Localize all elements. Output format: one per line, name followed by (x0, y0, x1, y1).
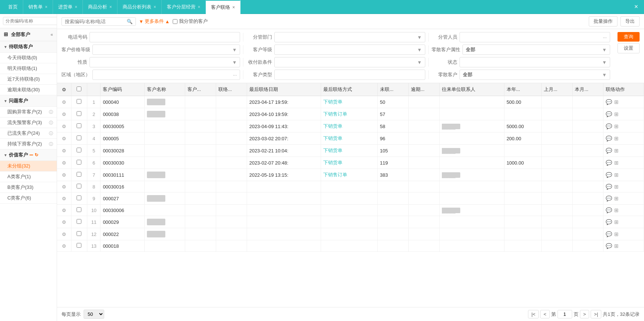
sidebar-search-input[interactable] (3, 17, 57, 25)
more-action-icon[interactable]: ⊞ (614, 243, 619, 249)
more-conditions-btn[interactable]: ▼ 更多条件 ▲ (139, 18, 170, 25)
col-check-all[interactable] (71, 83, 87, 96)
sidebar-item-tomorrow[interactable]: 明天待联络(1) (0, 63, 57, 74)
refresh-icon[interactable]: ↻ (35, 152, 38, 158)
tab-home[interactable]: 首页 (3, 0, 23, 14)
price-level-dropdown[interactable]: ▼ (92, 45, 240, 55)
col-code[interactable]: 客户编码 (101, 83, 145, 96)
sidebar-group-pending[interactable]: ▼ 待联络客户 (0, 41, 57, 53)
query-button[interactable]: 查询 (617, 32, 640, 42)
col-contact[interactable]: 联络... (216, 83, 247, 96)
tab-customer-contact[interactable]: 客户联络 × (206, 0, 240, 14)
tab-bar-close-all[interactable]: × (631, 3, 641, 11)
row-gear[interactable]: ⚙ (57, 228, 71, 240)
sidebar-item-near7[interactable]: 近7天待联络(0) (0, 74, 57, 85)
retail-attr-dropdown[interactable]: 全部 ▼ (462, 45, 610, 55)
manager-dropdown[interactable]: ··· (460, 32, 610, 42)
export-btn[interactable]: 导出 (620, 16, 640, 27)
contact-icon[interactable]: 💬 (606, 160, 612, 166)
tab-sales[interactable]: 销售单 × (23, 0, 53, 14)
contact-icon[interactable]: 💬 (606, 172, 612, 178)
contact-icon[interactable]: 💬 (606, 111, 612, 117)
col-no-contact[interactable]: 未联... (377, 83, 408, 96)
more-action-icon[interactable]: ⊞ (614, 219, 619, 225)
more-action-icon[interactable]: ⊞ (614, 148, 619, 154)
row-gear[interactable]: ⚙ (57, 216, 71, 228)
row-gear[interactable]: ⚙ (57, 181, 71, 193)
sidebar-all-customers[interactable]: ⊞ 全部客户 « (0, 28, 57, 41)
dept-dropdown[interactable]: ▼ (274, 32, 425, 42)
sidebar-item-class-a[interactable]: A类客户(1) (0, 172, 57, 182)
my-customers-check[interactable] (173, 19, 177, 24)
last-page-btn[interactable]: >| (591, 310, 601, 318)
row-check[interactable] (71, 181, 87, 193)
row-gear[interactable]: ⚙ (57, 157, 71, 169)
sidebar-group-value[interactable]: ▼ 价值客户 ↻ (0, 149, 57, 161)
contact-icon[interactable]: 💬 (606, 148, 612, 154)
check-all-input[interactable] (77, 87, 81, 91)
sidebar-item-continuous-drop[interactable]: 持续下滑客户(2) ⓘ (0, 139, 57, 149)
sidebar-item-class-c[interactable]: C类客户(6) (0, 193, 57, 204)
row-gear[interactable]: ⚙ (57, 120, 71, 133)
row-gear[interactable]: ⚙ (57, 96, 71, 108)
tab-product-analysis-list[interactable]: 商品分析列表 × (117, 0, 162, 14)
row-check[interactable] (71, 133, 87, 145)
more-action-icon[interactable]: ⊞ (614, 207, 619, 213)
main-search-input[interactable] (65, 19, 127, 24)
tab-customer-segment[interactable]: 客户分层经营 × (162, 0, 206, 14)
col-this-month[interactable]: 本月... (573, 83, 603, 96)
tab-product-analysis-list-close[interactable]: × (154, 4, 156, 10)
retail-customer-dropdown[interactable]: 全部 ▼ (460, 70, 610, 80)
more-action-icon[interactable]: ⊞ (614, 99, 619, 105)
my-customers-checkbox[interactable]: 我分管的客户 (173, 18, 208, 25)
sidebar-item-today[interactable]: 今天待联络(0) (0, 53, 57, 63)
sidebar-collapse-btn[interactable]: « (50, 32, 53, 37)
row-check[interactable] (71, 193, 87, 205)
row-gear[interactable]: ⚙ (57, 240, 71, 252)
row-check[interactable] (71, 216, 87, 228)
customer-type-dropdown[interactable] (274, 70, 425, 80)
row-gear[interactable]: ⚙ (57, 108, 71, 120)
row-check[interactable] (71, 205, 87, 216)
sidebar-item-abnormal[interactable]: 固购异常客户(2) ⓘ (0, 107, 57, 117)
col-gear[interactable]: ⚙ (57, 83, 71, 96)
col-partner[interactable]: 往来单位联系人 (440, 83, 504, 96)
sidebar-item-class-b[interactable]: B类客户(33) (0, 182, 57, 193)
row-check[interactable] (71, 169, 87, 181)
row-gear[interactable]: ⚙ (57, 205, 71, 216)
contact-icon[interactable]: 💬 (606, 243, 612, 249)
payment-dropdown[interactable]: ▼ (274, 57, 425, 67)
col-this-year[interactable]: 本年... (504, 83, 541, 96)
sidebar-item-unclassified[interactable]: 未分组(32) (0, 161, 57, 172)
contact-icon[interactable]: 💬 (606, 99, 612, 105)
sidebar-group-problem[interactable]: ▼ 问题客户 (0, 95, 57, 107)
col-last-method[interactable]: 最后联络方式 (321, 83, 378, 96)
row-gear[interactable]: ⚙ (57, 193, 71, 205)
row-check[interactable] (71, 96, 87, 108)
tab-product-analysis-close[interactable]: × (109, 4, 112, 10)
col-last-month[interactable]: 上月... (541, 83, 572, 96)
batch-operation-btn[interactable]: 批量操作 (589, 16, 617, 27)
more-action-icon[interactable]: ⊞ (614, 195, 619, 201)
tab-product-analysis[interactable]: 商品分析 × (83, 0, 117, 14)
more-action-icon[interactable]: ⊞ (614, 160, 619, 166)
tab-customer-contact-close[interactable]: × (232, 5, 235, 10)
contact-icon[interactable]: 💬 (606, 184, 612, 190)
per-page-select[interactable]: 50 100 200 (84, 310, 104, 319)
tab-customer-segment-close[interactable]: × (198, 4, 200, 10)
more-action-icon[interactable]: ⊞ (614, 111, 619, 117)
more-action-icon[interactable]: ⊞ (614, 172, 619, 178)
sidebar-item-lost[interactable]: 已流失客户(24) ⓘ (0, 128, 57, 139)
tab-purchase[interactable]: 进货单 × (53, 0, 83, 14)
more-action-icon[interactable]: ⊞ (614, 184, 619, 190)
sidebar-item-churn-risk[interactable]: 流失预警客户(3) ⓘ (0, 117, 57, 128)
reset-button[interactable]: 设置 (617, 43, 640, 53)
customer-level-dropdown[interactable]: ▼ (274, 45, 425, 55)
row-check[interactable] (71, 145, 87, 157)
col-last-date[interactable]: 最后联络日期 (247, 83, 321, 96)
tab-sales-close[interactable]: × (45, 4, 47, 10)
row-check[interactable] (71, 228, 87, 240)
col-name[interactable]: 客户名称 (144, 83, 185, 96)
contact-icon[interactable]: 💬 (606, 135, 612, 141)
col-overdue[interactable]: 逾期... (408, 83, 439, 96)
